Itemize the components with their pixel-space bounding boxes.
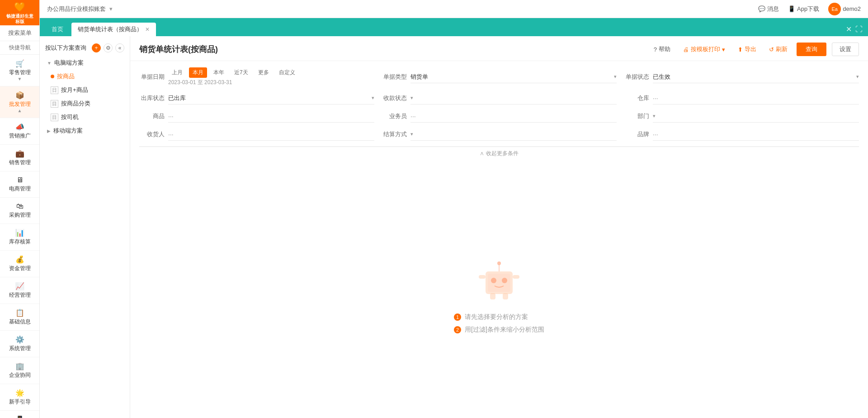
doc-status-dropdown-icon: ▾ xyxy=(856,74,859,80)
date-btn-more[interactable]: 更多 xyxy=(255,67,273,78)
tab-maximize-icon[interactable]: ⛶ xyxy=(855,25,863,33)
sidebar-item-system[interactable]: ⚙️ 系统管理 xyxy=(0,331,39,357)
logo-text: 畅捷通好生意 标版 xyxy=(6,14,33,24)
payment-control[interactable]: ▾ xyxy=(410,128,617,141)
sidebar-item-finance[interactable]: 💰 资金管理 xyxy=(0,251,39,277)
date-btn-thismonth[interactable]: 本月 xyxy=(189,67,207,78)
filter-row-4: 收货人 ··· 结算方式 ▾ 品牌 xyxy=(139,128,859,141)
search-menu[interactable]: 搜索菜单 xyxy=(0,25,39,41)
svg-rect-1 xyxy=(488,274,510,292)
sidebar-item-marketing[interactable]: 📣 营销推广 xyxy=(0,118,39,145)
operations-icon: 📈 xyxy=(15,282,24,290)
by-product-label: 按商品 xyxy=(57,72,75,81)
mobile-section-label: 移动端方案 xyxy=(53,127,83,135)
quick-nav[interactable]: 快捷导航 xyxy=(0,41,39,55)
page-title-bar: 销货单统计表(按商品) ? 帮助 🖨 按模板打印 ▾ ⬆ 导出 xyxy=(130,36,868,61)
tree-section-mobile[interactable]: ▶ 移动端方案 xyxy=(40,124,130,138)
tree-item-by-cashier[interactable]: 目 按司机 xyxy=(40,110,130,124)
receipt-status-control[interactable]: ▾ xyxy=(410,92,617,104)
sidebar-item-apps[interactable]: 📱 应用中心 xyxy=(0,411,39,418)
filter-row-1: 单据日期 上月 本月 本年 近7天 更多 自定义 2023-03-01 至 20… xyxy=(139,67,859,86)
brand-control[interactable]: ··· xyxy=(653,128,859,141)
add-scheme-btn[interactable]: + xyxy=(92,43,101,52)
ecommerce-icon: 🖥 xyxy=(16,176,24,184)
system-icon: ⚙️ xyxy=(15,335,24,344)
collapse-filters-btn[interactable]: ∧ 收起更多条件 xyxy=(139,147,859,160)
tab-close-window-icon[interactable]: ✕ xyxy=(846,25,852,33)
help-btn[interactable]: ? 帮助 xyxy=(650,43,674,55)
panel-icons: + ⚙ « xyxy=(92,43,124,52)
brand-dots-icon: ··· xyxy=(653,131,658,138)
tab-sales-report[interactable]: 销货单统计表（按商品） ✕ xyxy=(71,23,156,36)
category-icon: 目 xyxy=(51,100,58,108)
sidebar-item-operations[interactable]: 📈 经营管理 xyxy=(0,277,39,304)
newbie-icon: 🌟 xyxy=(15,389,24,397)
receiver-control[interactable]: ··· xyxy=(168,128,374,141)
query-btn[interactable]: 查询 xyxy=(797,43,826,56)
date-btn-lastmonth[interactable]: 上月 xyxy=(168,67,186,78)
sidebar-item-newbie[interactable]: 🌟 新手引导 xyxy=(0,384,39,411)
app-logo[interactable]: 🧡 畅捷通好生意 标版 xyxy=(0,0,40,25)
tab-home[interactable]: 首页 xyxy=(45,23,70,36)
doc-status-control[interactable]: 已生效 ▾ xyxy=(653,71,859,83)
page-actions: ? 帮助 🖨 按模板打印 ▾ ⬆ 导出 ↺ 刷新 xyxy=(650,43,859,56)
date-btn-7days[interactable]: 近7天 xyxy=(231,67,252,78)
doc-type-label: 单据类型 xyxy=(382,73,407,81)
sidebar-item-wholesale[interactable]: 📦 批发管理 ▲ xyxy=(0,86,39,118)
left-panel-title: 按以下方案查询 xyxy=(45,44,86,52)
export-btn[interactable]: ⬆ 导出 xyxy=(734,43,760,55)
sidebar-item-inventory[interactable]: 📊 库存核算 xyxy=(0,224,39,251)
doc-status-label: 单据状态 xyxy=(624,73,649,81)
message-btn[interactable]: 💬 消息 xyxy=(758,5,779,13)
header-left: 办公用品行业模拟账套 ▾ xyxy=(47,5,113,13)
print-btn[interactable]: 🖨 按模板打印 ▾ xyxy=(679,43,729,55)
date-label: 单据日期 xyxy=(139,73,165,81)
tab-close-icon[interactable]: ✕ xyxy=(145,26,150,33)
date-range-text: 2023-03-01 至 2023-03-31 xyxy=(168,79,374,86)
app-download-btn[interactable]: 📱 App下载 xyxy=(788,5,819,13)
apps-icon: 📱 xyxy=(15,415,24,418)
print-icon: 🖨 xyxy=(683,46,689,53)
sidebar-item-purchase[interactable]: 🛍 采购管理 xyxy=(0,198,39,224)
svg-rect-9 xyxy=(503,293,508,299)
tab-bar-controls: ✕ ⛶ xyxy=(846,25,863,36)
out-status-control[interactable]: 已出库 ▾ xyxy=(168,92,374,104)
svg-rect-7 xyxy=(513,275,519,279)
retail-icon: 🛒 xyxy=(15,59,24,68)
sidebar-item-ecommerce[interactable]: 🖥 电商管理 xyxy=(0,171,39,198)
tree-item-by-category[interactable]: 目 按商品分类 xyxy=(40,97,130,110)
by-category-label: 按商品分类 xyxy=(61,100,90,108)
product-label: 商品 xyxy=(139,112,165,120)
settings-scheme-btn[interactable]: ⚙ xyxy=(104,43,113,52)
sidebar-item-sales[interactable]: 💼 销售管理 xyxy=(0,145,39,171)
date-btn-custom[interactable]: 自定义 xyxy=(275,67,299,78)
doc-status-filter-item: 单据状态 已生效 ▾ xyxy=(624,71,859,83)
sidebar-item-basics[interactable]: 📋 基础信息 xyxy=(0,304,39,331)
user-menu[interactable]: Ea demo2 xyxy=(828,3,861,15)
filter-row-3: 商品 ··· 业务员 ··· 部门 xyxy=(139,110,859,123)
tree-item-by-product[interactable]: 按商品 xyxy=(40,70,130,83)
home-tab-label: 首页 xyxy=(52,25,63,33)
doc-type-control[interactable]: 销货单 ▾ xyxy=(410,71,617,83)
sidebar-item-corp[interactable]: 🏢 企业协同 xyxy=(0,357,39,384)
tree-item-by-month-product[interactable]: 日 按月+商品 xyxy=(40,83,130,97)
tree-section-desktop[interactable]: ▼ 电脑端方案 xyxy=(40,56,130,70)
dropdown-arrow[interactable]: ▾ xyxy=(109,5,113,12)
svg-point-2 xyxy=(491,278,496,283)
department-control[interactable]: ▾ xyxy=(653,110,859,123)
salesperson-control[interactable]: ··· xyxy=(410,110,617,123)
refresh-icon: ↺ xyxy=(769,46,774,53)
svg-point-3 xyxy=(502,278,507,283)
settings-btn[interactable]: 设置 xyxy=(832,43,859,56)
content-area: 按以下方案查询 + ⚙ « ▼ 电脑端方案 按商品 日 按月+商品 xyxy=(40,36,868,418)
basics-icon: 📋 xyxy=(15,309,24,317)
product-dots-icon: ··· xyxy=(168,113,174,120)
receipt-status-filter-item: 收款状态 ▾ xyxy=(382,92,617,104)
sidebar-item-retail[interactable]: 🛒 零售管理 ▼ xyxy=(0,55,39,86)
warehouse-control[interactable]: ··· xyxy=(653,92,859,104)
date-btn-thisyear[interactable]: 本年 xyxy=(210,67,228,78)
collapse-panel-btn[interactable]: « xyxy=(115,43,124,52)
product-control[interactable]: ··· xyxy=(168,110,374,123)
sidebar: 🧡 畅捷通好生意 标版 搜索菜单 快捷导航 🛒 零售管理 ▼ 📦 批发管理 ▲ … xyxy=(0,0,40,418)
refresh-btn[interactable]: ↺ 刷新 xyxy=(765,43,791,55)
